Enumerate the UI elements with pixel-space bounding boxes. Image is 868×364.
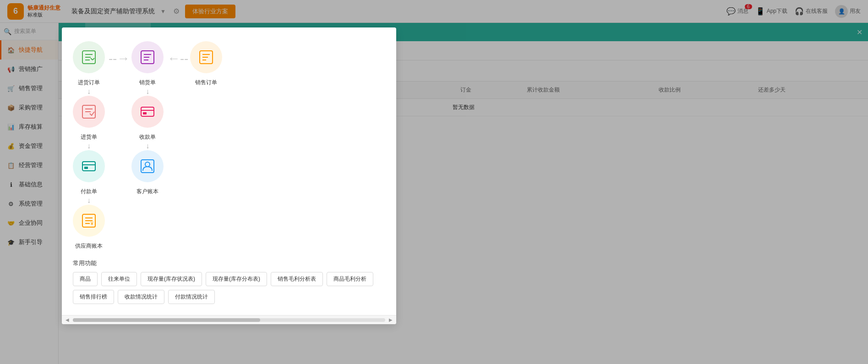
sales-order-label: 销售订单 (195, 79, 217, 87)
receipt-bill-label: 收款单 (139, 133, 156, 141)
common-functions-title: 常用功能 (73, 259, 385, 267)
purchase-bill-circle (73, 96, 105, 128)
payment-bill-circle (73, 150, 105, 182)
purchase-order-node[interactable]: 进货订单 (73, 41, 105, 87)
arrow-down-5: ↓ (146, 141, 149, 150)
sales-bill-label: 销货单 (139, 79, 156, 87)
purchase-order-label: 进货订单 (78, 79, 100, 87)
func-btn-pay-stats[interactable]: 付款情况统计 (168, 290, 215, 304)
function-buttons-row-1: 商品 往来单位 现存量(库存状况表) 现存量(库存分布表) 销售毛利分析表 商品… (73, 272, 385, 286)
func-btn-sales-ranking[interactable]: 销售排行榜 (73, 290, 114, 304)
scroll-thumb (73, 318, 260, 322)
scroll-right-arrow[interactable]: ▶ (389, 317, 393, 322)
arrow-down-1: ↓ (87, 87, 91, 96)
sales-bill-group: 销货单 ↓ 收款单 ↓ (131, 41, 164, 196)
svg-rect-7 (82, 162, 95, 171)
func-btn-payment-stats[interactable]: 收款情况统计 (118, 290, 164, 304)
func-btn-stock-status[interactable]: 现存量(库存状况表) (141, 272, 202, 286)
sales-order-node[interactable]: 销售订单 (190, 41, 222, 87)
purchase-order-circle (73, 41, 105, 73)
scroll-left-arrow[interactable]: ◀ (66, 317, 69, 322)
func-btn-products[interactable]: 商品 (73, 272, 98, 286)
payment-bill-node[interactable]: 付款单 (73, 150, 105, 196)
sales-order-group: 销售订单 (190, 41, 222, 87)
quick-nav-modal: 进货订单 ↓ 进货单 ↓ (62, 27, 396, 324)
supplier-account-label: 供应商账本 (75, 242, 103, 250)
purchase-bill-node[interactable]: 进货单 (73, 96, 105, 141)
func-btn-sales-gross-profit[interactable]: 销售毛利分析表 (271, 272, 323, 286)
arrow-down-2: ↓ (87, 141, 91, 150)
customer-account-node[interactable]: 客户账本 (131, 150, 164, 196)
modal-content: 进货订单 ↓ 进货单 ↓ (62, 27, 396, 315)
left-flow-group: 进货订单 ↓ 进货单 ↓ (73, 41, 105, 250)
func-btn-product-gross-profit[interactable]: 商品毛利分析 (327, 272, 373, 286)
svg-text:¥: ¥ (90, 221, 93, 226)
supplier-account-node[interactable]: ¥ 供应商账本 (73, 205, 105, 250)
modal-scrollbar: ◀ ▶ (62, 315, 396, 324)
svg-rect-19 (141, 107, 154, 116)
common-functions-section: 常用功能 商品 往来单位 现存量(库存状况表) 现存量(库存分布表) 销售毛利分… (73, 255, 385, 308)
func-btn-stock-distribution[interactable]: 现存量(库存分布表) (206, 272, 267, 286)
customer-account-circle (131, 150, 164, 182)
sales-order-circle (190, 41, 222, 73)
svg-rect-21 (143, 112, 147, 114)
svg-point-23 (145, 162, 150, 167)
receipt-bill-circle (131, 96, 164, 128)
scroll-track[interactable] (73, 318, 385, 322)
customer-account-label: 客户账本 (136, 188, 158, 196)
arrow-down-4: ↓ (146, 87, 149, 96)
sales-bill-circle (131, 41, 164, 73)
payment-bill-label: 付款单 (81, 188, 97, 196)
arrow-hor-2: ← - - (164, 51, 190, 66)
sales-bill-node[interactable]: 销货单 (131, 41, 164, 87)
purchase-bill-label: 进货单 (81, 133, 97, 141)
flow-diagram-area: 进货订单 ↓ 进货单 ↓ (73, 37, 385, 255)
arrow-hor-1: - - → (105, 51, 131, 66)
svg-rect-9 (84, 167, 88, 169)
function-buttons-row-2: 销售排行榜 收款情况统计 付款情况统计 (73, 290, 385, 304)
supplier-account-circle: ¥ (73, 205, 105, 237)
arrow-down-3: ↓ (87, 196, 91, 205)
receipt-bill-node[interactable]: 收款单 (131, 96, 164, 141)
func-btn-partners[interactable]: 往来单位 (101, 272, 137, 286)
modal-overlay[interactable]: 进货订单 ↓ 进货单 ↓ (0, 0, 868, 364)
